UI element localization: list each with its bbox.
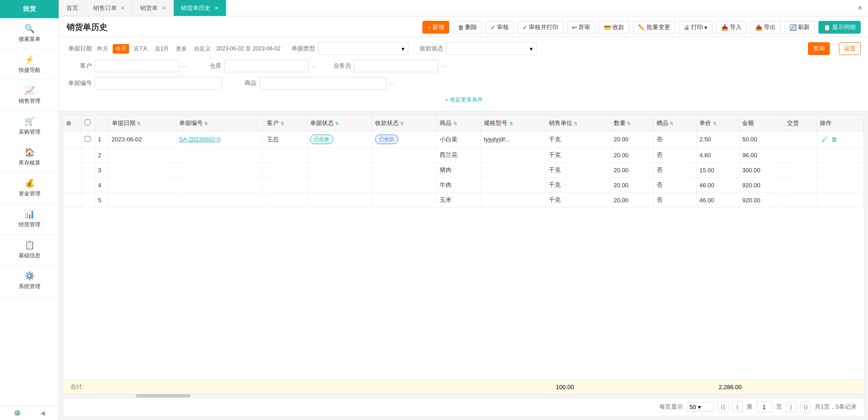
tab-home-label: 首页 [66, 4, 78, 12]
footer-total-qty: 100.00 [521, 384, 583, 390]
payment-status-select[interactable]: ▾ [446, 42, 537, 55]
select-all-checkbox[interactable] [85, 120, 90, 125]
delete-label: 删除 [465, 23, 477, 31]
cell-doc-date [109, 148, 176, 163]
cell-action [817, 148, 864, 163]
display-button[interactable]: 📋 显示明细 [818, 21, 861, 34]
settings-button[interactable]: 设置 [839, 42, 861, 55]
tab-sales-order[interactable]: 销售订单 ✕ [86, 0, 133, 16]
close-sales-history-icon[interactable]: ✕ [214, 5, 219, 11]
tab-sales-history[interactable]: 销货单历史 ✕ [174, 0, 226, 16]
date-option-today[interactable]: 今天 [113, 44, 129, 54]
tab-sales-delivery[interactable]: 销货单 ✕ [133, 0, 174, 16]
date-option-yesterday[interactable]: 昨天 [95, 44, 111, 54]
product-dots-icon[interactable]: ··· [389, 80, 394, 87]
sidebar-item-label: 搜索菜单 [19, 35, 40, 43]
date-option-custom[interactable]: 自定义 [191, 44, 213, 54]
row-checkbox[interactable] [85, 136, 90, 142]
horizontal-scrollbar[interactable] [63, 394, 864, 397]
product-input[interactable] [259, 77, 386, 90]
abandon-button[interactable]: ↩ 弃审 [567, 21, 595, 34]
date-option-more[interactable]: 更多 [173, 44, 190, 54]
warehouse-dots-icon[interactable]: ··· [311, 63, 316, 70]
cell-spec [481, 163, 546, 178]
cell-doc-no[interactable]: SA-20230602-0 [176, 131, 264, 148]
col-gift[interactable]: 赠品 ⇅ [653, 115, 696, 131]
page-size-label: 每页显示 [659, 403, 683, 411]
date-option-last7days[interactable]: 近7天 [131, 44, 151, 54]
sidebar-item-inventory[interactable]: 🏠 库存核算 [0, 142, 59, 173]
cell-row-no: 3 [95, 163, 109, 178]
sidebar-item-quick-nav[interactable]: ⚡ 快捷导航 [0, 49, 59, 80]
export-button[interactable]: 📤 导出 [750, 21, 781, 34]
cell-payment-status [372, 178, 437, 193]
sidebar-item-operation-mgmt[interactable]: 📊 经营管理 [0, 204, 59, 235]
col-customer[interactable]: 客户 ⇅ [264, 115, 307, 131]
audit-print-label: 审核并打印 [529, 23, 558, 31]
new-button[interactable]: + 新增 [422, 21, 449, 34]
page-number-input[interactable]: 1 [756, 401, 773, 412]
page-prev-btn[interactable]: ⟨ [732, 401, 743, 412]
close-sales-order-icon[interactable]: ✕ [120, 5, 125, 11]
col-customer-sort-icon: ⇅ [281, 121, 284, 126]
sidebar-item-sales-mgmt[interactable]: 📈 销售管理 [0, 80, 59, 111]
collapse-btn[interactable]: ∧ 收起更多条件 [66, 94, 861, 105]
sidebar-item-search-menu[interactable]: 🔍 搜索菜单 [0, 18, 59, 49]
col-qty[interactable]: 数量 ⇅ [611, 115, 653, 131]
audit-button[interactable]: ✓ 审核 [486, 21, 514, 34]
import-label: 导入 [730, 23, 742, 31]
page-size-select[interactable]: 50 ▾ [687, 402, 714, 412]
customer-dots-icon[interactable]: ··· [182, 63, 187, 70]
settings-bottom-icon[interactable]: ⚙️ [14, 410, 21, 416]
print-button[interactable]: 🖨 打印 ▾ [679, 21, 712, 34]
cell-row-no: 4 [95, 178, 109, 193]
page-last-btn[interactable]: ⟩⟩ [800, 401, 811, 412]
tab-home[interactable]: 首页 [59, 0, 86, 16]
delete-action-btn[interactable]: 🗑 [829, 136, 839, 143]
collapse-sidebar-icon[interactable]: ◀ [40, 410, 45, 416]
col-product[interactable]: 商品 ⇅ [437, 115, 481, 131]
table-row: 2西兰花千克20.00否4.8096.00 [63, 148, 864, 163]
col-doc-date[interactable]: 单据日期 ⇅ [109, 115, 176, 131]
edit-action-btn[interactable]: 🖊 [820, 136, 829, 143]
col-spec[interactable]: 规格型号 ⇅ [481, 115, 546, 131]
cell-amount: 920.00 [739, 178, 784, 193]
col-gift-sort-icon: ⇅ [670, 121, 673, 126]
receive-button[interactable]: 💳 收款 [599, 21, 629, 34]
doc-no-input[interactable] [95, 77, 222, 90]
salesperson-input[interactable] [354, 60, 438, 72]
refresh-button[interactable]: 🔄 刷新 [784, 21, 815, 34]
sidebar-item-purchase-mgmt[interactable]: 🛒 采购管理 [0, 111, 59, 142]
sidebar-item-basic-info[interactable]: 📋 基础信息 [0, 235, 59, 265]
doc-type-select[interactable]: ▾ [318, 42, 409, 55]
cell-doc-date: 2023-06-02 [109, 131, 176, 148]
batch-change-button[interactable]: ✏️ 批量变更 [633, 21, 675, 34]
warehouse-input[interactable] [224, 60, 309, 72]
page-next-btn[interactable]: ⟩ [786, 401, 797, 412]
scrollbar-thumb[interactable] [136, 394, 191, 398]
page-first-btn[interactable]: ⟨⟨ [717, 401, 728, 412]
col-settings[interactable]: ⚙ [63, 115, 81, 131]
date-option-last1month[interactable]: 近1月 [152, 44, 172, 54]
delete-button[interactable]: 🗑 删除 [453, 21, 482, 34]
cell-trade [784, 131, 817, 148]
cell-action[interactable]: 🖊🗑 [817, 131, 864, 148]
col-unit[interactable]: 销售单位 ⇅ [546, 115, 611, 131]
salesperson-dots-icon[interactable]: ··· [441, 63, 446, 70]
audit-print-button[interactable]: ✓ 审核并打印 [517, 21, 563, 34]
col-payment-status[interactable]: 收款状态 ⇅ [372, 115, 437, 131]
sidebar-item-sys-mgmt[interactable]: ⚙️ 系统管理 [0, 265, 59, 296]
import-button[interactable]: 📥 导入 [716, 21, 747, 34]
col-doc-no[interactable]: 单据编号 ⇅ [176, 115, 264, 131]
close-sales-delivery-icon[interactable]: ✕ [161, 5, 166, 11]
customer-input[interactable] [95, 60, 179, 72]
tab-bar-close-btn[interactable]: ✕ [852, 0, 868, 16]
page-header: 销货单历史 + 新增 🗑 删除 ✓ 审核 ✓ 审核并打印 [59, 16, 868, 37]
sidebar-item-label: 系统管理 [19, 283, 40, 290]
doc-no-link[interactable]: SA-20230602-0 [179, 136, 221, 143]
query-button[interactable]: 查询 [808, 42, 830, 55]
col-unit-price[interactable]: 单价 ⇅ [697, 115, 739, 131]
col-doc-status[interactable]: 单据状态 ⇅ [307, 115, 372, 131]
sidebar-item-capital-mgmt[interactable]: 💰 资金管理 [0, 173, 59, 204]
col-doc-date-sort-icon: ⇅ [137, 121, 140, 126]
